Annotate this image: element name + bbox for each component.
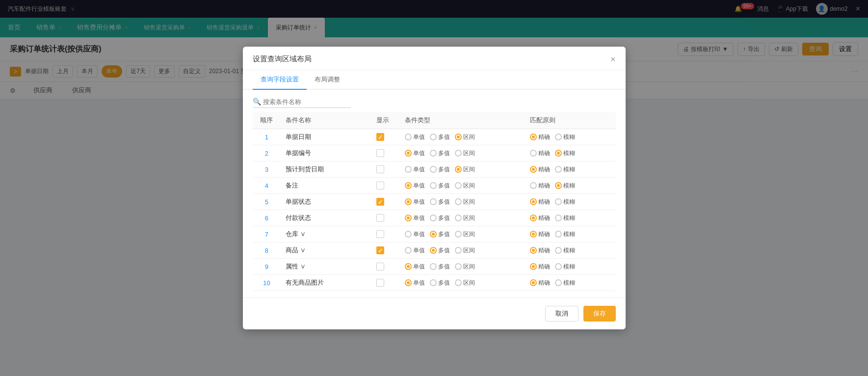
modal-tab-layout[interactable]: 布局调整	[307, 70, 348, 90]
search-icon: 🔍	[253, 98, 261, 99]
modal-tabs: 查询字段设置 布局调整	[243, 70, 626, 90]
search-input[interactable]	[261, 98, 344, 100]
modal-title: 设置查询区域布局	[253, 54, 312, 64]
modal-overlay: 设置查询区域布局 × 查询字段设置 布局调整 🔍	[0, 0, 868, 99]
modal-dialog: 设置查询区域布局 × 查询字段设置 布局调整 🔍	[243, 47, 626, 99]
search-wrap: 🔍	[253, 96, 351, 99]
modal-tab-fields[interactable]: 查询字段设置	[253, 70, 307, 90]
modal-close-button[interactable]: ×	[610, 55, 616, 64]
modal-search-area: 🔍	[243, 90, 626, 99]
modal-header: 设置查询区域布局 ×	[243, 47, 626, 70]
